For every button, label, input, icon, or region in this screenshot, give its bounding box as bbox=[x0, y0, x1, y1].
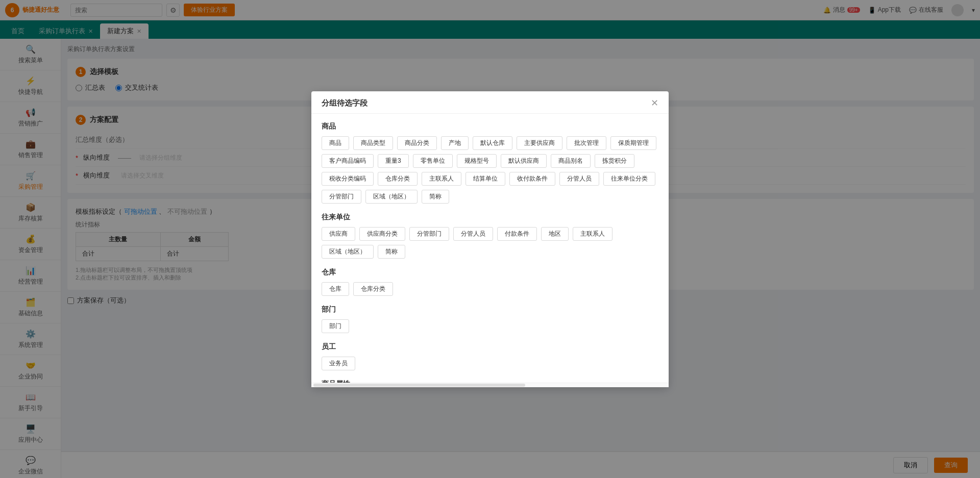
field-tag[interactable]: 规格型号 bbox=[457, 154, 497, 168]
field-tag[interactable]: 主联系人 bbox=[422, 172, 461, 186]
field-tag[interactable]: 仓库 bbox=[322, 282, 349, 296]
field-tag[interactable]: 主联系人 bbox=[573, 227, 612, 241]
field-tag[interactable]: 保质期管理 bbox=[610, 136, 656, 150]
field-tag[interactable]: 客户商品编码 bbox=[322, 154, 374, 168]
field-tag[interactable]: 默认供应商 bbox=[501, 154, 547, 168]
modal: 分组待选字段 ✕ 商品 商品 商品类型 商品分类 产地 默认仓库 主要供应商 批… bbox=[311, 91, 669, 387]
section-warehouse-tags: 仓库 仓库分类 bbox=[322, 282, 658, 296]
field-tag[interactable]: 商品类型 bbox=[353, 136, 393, 150]
field-tag[interactable]: 仓库分类 bbox=[378, 172, 418, 186]
field-tag[interactable]: 商品分类 bbox=[397, 136, 437, 150]
field-tag[interactable]: 分管部门 bbox=[322, 190, 361, 204]
modal-title: 分组待选字段 bbox=[322, 98, 368, 108]
modal-close-button[interactable]: ✕ bbox=[651, 98, 658, 108]
section-goods-title: 商品 bbox=[322, 122, 658, 131]
field-tag[interactable]: 分管部门 bbox=[409, 227, 449, 241]
section-partner-title: 往来单位 bbox=[322, 213, 658, 222]
section-partner: 往来单位 供应商 供应商分类 分管部门 分管人员 付款条件 地区 主联系人 区域… bbox=[322, 213, 658, 259]
field-tag[interactable]: 供应商 bbox=[322, 227, 355, 241]
field-tag[interactable]: 商品 bbox=[322, 136, 349, 150]
field-tag[interactable]: 仓库分类 bbox=[353, 282, 393, 296]
field-tag[interactable]: 分管人员 bbox=[559, 172, 599, 186]
field-tag[interactable]: 地区 bbox=[541, 227, 569, 241]
hscroll-thumb bbox=[313, 384, 525, 387]
field-tag[interactable]: 部门 bbox=[322, 319, 349, 333]
field-tag[interactable]: 简称 bbox=[378, 245, 405, 259]
section-goods: 商品 商品 商品类型 商品分类 产地 默认仓库 主要供应商 批次管理 保质期管理… bbox=[322, 122, 658, 204]
field-tag[interactable]: 产地 bbox=[441, 136, 469, 150]
field-tag[interactable]: 分管人员 bbox=[453, 227, 493, 241]
modal-overlay[interactable]: 分组待选字段 ✕ 商品 商品 商品类型 商品分类 产地 默认仓库 主要供应商 批… bbox=[0, 0, 980, 478]
modal-body: 商品 商品 商品类型 商品分类 产地 默认仓库 主要供应商 批次管理 保质期管理… bbox=[311, 114, 669, 383]
field-tag[interactable]: 结算单位 bbox=[465, 172, 505, 186]
section-goods-attr: 商品属性 属性 颜色 多规格 尺码 鞋码 1 bbox=[322, 380, 658, 383]
section-goods-tags: 商品 商品类型 商品分类 产地 默认仓库 主要供应商 批次管理 保质期管理 客户… bbox=[322, 136, 658, 204]
field-tag[interactable]: 简称 bbox=[422, 190, 449, 204]
field-tag[interactable]: 区域（地区） bbox=[322, 245, 374, 259]
section-partner-tags: 供应商 供应商分类 分管部门 分管人员 付款条件 地区 主联系人 区域（地区） … bbox=[322, 227, 658, 259]
section-employee-tags: 业务员 bbox=[322, 357, 658, 370]
section-warehouse: 仓库 仓库 仓库分类 bbox=[322, 268, 658, 296]
field-tag[interactable]: 拣货积分 bbox=[595, 154, 634, 168]
field-tag[interactable]: 付款条件 bbox=[497, 227, 537, 241]
field-tag[interactable]: 收付款条件 bbox=[509, 172, 555, 186]
section-warehouse-title: 仓库 bbox=[322, 268, 658, 277]
modal-header: 分组待选字段 ✕ bbox=[311, 91, 669, 114]
section-employee: 员工 业务员 bbox=[322, 342, 658, 370]
field-tag[interactable]: 供应商分类 bbox=[359, 227, 405, 241]
modal-horizontal-scrollbar[interactable] bbox=[311, 383, 669, 387]
field-tag[interactable]: 批次管理 bbox=[567, 136, 606, 150]
field-tag[interactable]: 主要供应商 bbox=[517, 136, 562, 150]
field-tag[interactable]: 重量3 bbox=[378, 154, 409, 168]
section-department-tags: 部门 bbox=[322, 319, 658, 333]
field-tag[interactable]: 税收分类编码 bbox=[322, 172, 374, 186]
section-goods-attr-title: 商品属性 bbox=[322, 380, 658, 383]
field-tag[interactable]: 默认仓库 bbox=[473, 136, 512, 150]
field-tag[interactable]: 零售单位 bbox=[413, 154, 453, 168]
field-tag[interactable]: 区域（地区） bbox=[365, 190, 418, 204]
field-tag[interactable]: 商品别名 bbox=[551, 154, 591, 168]
field-tag[interactable]: 业务员 bbox=[322, 357, 355, 370]
section-department-title: 部门 bbox=[322, 305, 658, 314]
section-employee-title: 员工 bbox=[322, 342, 658, 351]
field-tag[interactable]: 往来单位分类 bbox=[603, 172, 655, 186]
section-department: 部门 部门 bbox=[322, 305, 658, 333]
